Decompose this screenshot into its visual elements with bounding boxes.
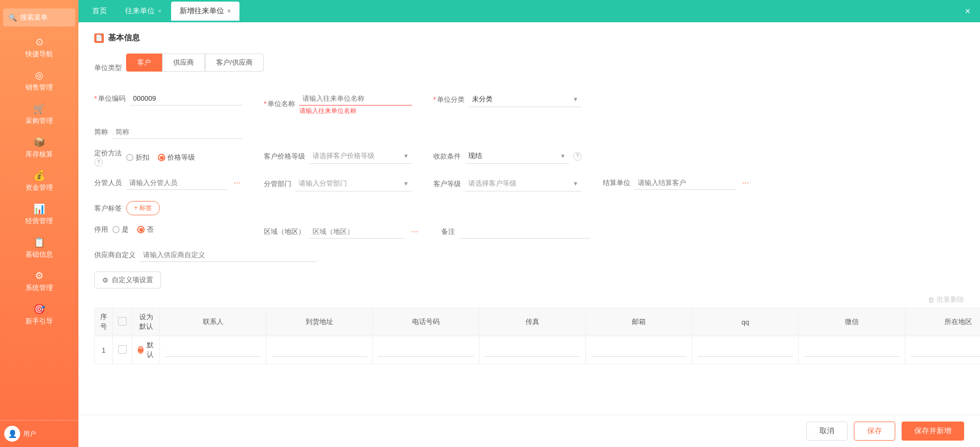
customer-level-field: 客户等级 请选择客户等级 ▼ [433, 176, 582, 191]
unit-name-input[interactable] [299, 92, 412, 106]
custom-settings-label: 自定义项设置 [112, 275, 153, 285]
row-region-input[interactable] [911, 343, 980, 357]
sidebar-item-finance[interactable]: 💰 资金管理 [0, 164, 78, 198]
settlement-dots[interactable]: ··· [740, 178, 751, 188]
tab-partner-close[interactable]: × [158, 7, 162, 15]
unit-type-customer-btn[interactable]: 客户 [126, 54, 162, 72]
region-dots[interactable]: ··· [409, 227, 420, 236]
pricing-help-icon[interactable]: ? [94, 158, 103, 166]
disable-radio-group: 是 否 [112, 225, 154, 234]
remark-field: 备注 [441, 225, 590, 239]
save-new-button[interactable]: 保存并新增 [902, 422, 964, 441]
col-phone: 电话号码 [373, 308, 479, 336]
operations-icon: 📊 [33, 203, 45, 215]
tab-partner[interactable]: 往来单位 × [117, 2, 170, 21]
pricing-discount-circle [126, 154, 133, 161]
sidebar-item-guide[interactable]: 🎯 新手引导 [0, 298, 78, 331]
username: 用户 [23, 430, 36, 439]
tab-new-partner-close[interactable]: × [227, 7, 231, 15]
custom-settings-btn[interactable]: ⚙ 自定义项设置 [94, 271, 161, 288]
page-content: 📄 基本信息 单位类型 客户 供应商 客户/供应商 *单位编码 [78, 22, 980, 415]
basic-info-icon: 📋 [33, 236, 45, 248]
table-header: 序号 设为默认 联系人 到货地址 电话号码 传真 邮箱 qq 微信 所在地区 操… [95, 308, 981, 336]
pricing-grade-circle [158, 154, 165, 161]
row-wechat-input[interactable] [804, 343, 899, 357]
row-email-input[interactable] [591, 343, 687, 357]
batch-delete-icon: 🗑 [928, 296, 934, 304]
disable-no-radio[interactable]: 否 [137, 225, 154, 234]
pricing-grade-radio[interactable]: 价格等级 [158, 153, 195, 162]
remark-input[interactable] [459, 225, 590, 239]
row-qq-input[interactable] [698, 343, 793, 357]
sidebar-item-quick-nav[interactable]: ⊙ 快捷导航 [0, 31, 78, 64]
customer-price-select[interactable]: 请选择客户价格等级 ▼ [309, 148, 412, 164]
region-input[interactable] [309, 225, 405, 239]
sidebar-item-sales[interactable]: ◎ 销售管理 [0, 64, 78, 98]
pricing-field: 定价方法 ? 折扣 价格等级 [94, 148, 243, 166]
payment-terms-help-icon[interactable]: ? [573, 152, 582, 161]
tab-home[interactable]: 首页 [84, 2, 115, 21]
custom-settings-icon: ⚙ [102, 276, 109, 284]
dept-placeholder: 请输入分管部门 [299, 179, 347, 188]
window-close-btn[interactable]: × [960, 4, 975, 19]
unit-category-select[interactable]: 未分类 ▼ [469, 92, 582, 107]
save-button[interactable]: 保存 [854, 422, 895, 441]
manager-input[interactable] [126, 176, 227, 190]
pricing-discount-radio[interactable]: 折扣 [126, 153, 149, 162]
sidebar-item-purchase[interactable]: 🛒 采购管理 [0, 98, 78, 131]
row-phone-input[interactable] [378, 343, 474, 357]
row-default-radio[interactable]: 默认 [138, 340, 154, 360]
col-contact: 联系人 [160, 308, 266, 336]
settlement-input[interactable] [635, 176, 736, 190]
row-qq [692, 336, 799, 364]
row-address-input[interactable] [272, 343, 367, 357]
manager-field: 分管人员 ··· [94, 176, 243, 190]
sidebar-item-inventory[interactable]: 📦 库存核算 [0, 131, 78, 164]
payment-terms-label: 收款条件 [433, 152, 461, 161]
section-header-icon: 📄 [94, 33, 104, 43]
row-checkbox-cell [113, 336, 132, 364]
select-all-checkbox[interactable] [118, 317, 127, 326]
col-email: 邮箱 [586, 308, 692, 336]
contact-table: 序号 设为默认 联系人 到货地址 电话号码 传真 邮箱 qq 微信 所在地区 操… [94, 308, 980, 364]
region-label: 区域（地区） [264, 227, 305, 236]
table-body: 1 默认 [95, 336, 981, 364]
unit-code-row: *单位编码 *单位名称 请输入往来单位名称 *单位分类 未分类 [94, 92, 964, 116]
customer-level-label: 客户等级 [433, 179, 461, 189]
sidebar-label: 快捷导航 [25, 49, 53, 59]
unit-type-label: 单位类型 [94, 63, 122, 73]
customer-price-field: 客户价格等级 请选择客户价格等级 ▼ [264, 148, 412, 164]
sidebar-label: 库存核算 [25, 150, 53, 159]
unit-category-label: *单位分类 [433, 95, 465, 104]
sidebar-item-basic-info[interactable]: 📋 基础信息 [0, 231, 78, 265]
row-fax-input[interactable] [485, 343, 580, 357]
unit-code-label: *单位编码 [94, 94, 126, 103]
region-field: 区域（地区） ··· [264, 225, 420, 239]
section-header: 📄 基本信息 [94, 33, 964, 43]
customer-level-select[interactable]: 请选择客户等级 ▼ [465, 176, 582, 191]
supplier-custom-input[interactable] [140, 248, 317, 262]
dept-select[interactable]: 请输入分管部门 ▼ [296, 176, 412, 191]
customer-level-arrow: ▼ [573, 180, 578, 187]
search-menu[interactable]: 🔍 搜索菜单 [3, 8, 75, 27]
unit-name-label: *单位名称 [264, 99, 295, 109]
row-checkbox[interactable] [118, 345, 127, 354]
sidebar-item-system[interactable]: ⚙ 系统管理 [0, 265, 78, 298]
row-contact-input[interactable] [165, 343, 261, 357]
unit-type-supplier-btn[interactable]: 供应商 [162, 54, 205, 72]
unit-type-both-btn[interactable]: 客户/供应商 [205, 54, 264, 72]
tab-new-partner[interactable]: 新增往来单位 × [171, 2, 239, 21]
unit-code-input[interactable] [130, 92, 243, 106]
cancel-button[interactable]: 取消 [806, 422, 848, 441]
disable-no-dot [139, 228, 143, 232]
disable-yes-radio[interactable]: 是 [112, 225, 129, 234]
sidebar-item-operations[interactable]: 📊 经营管理 [0, 198, 78, 231]
tag-add-btn[interactable]: + 标签 [126, 201, 160, 215]
short-name-input[interactable] [112, 125, 243, 139]
unit-type-field: 单位类型 客户 供应商 客户/供应商 [94, 54, 264, 82]
guide-icon: 🎯 [33, 303, 45, 315]
payment-terms-select[interactable]: 现结 ▼ [465, 148, 569, 164]
manager-dots[interactable]: ··· [231, 178, 243, 188]
payment-terms-value: 现结 [468, 151, 482, 161]
batch-delete-label[interactable]: 批量删除 [937, 295, 964, 304]
